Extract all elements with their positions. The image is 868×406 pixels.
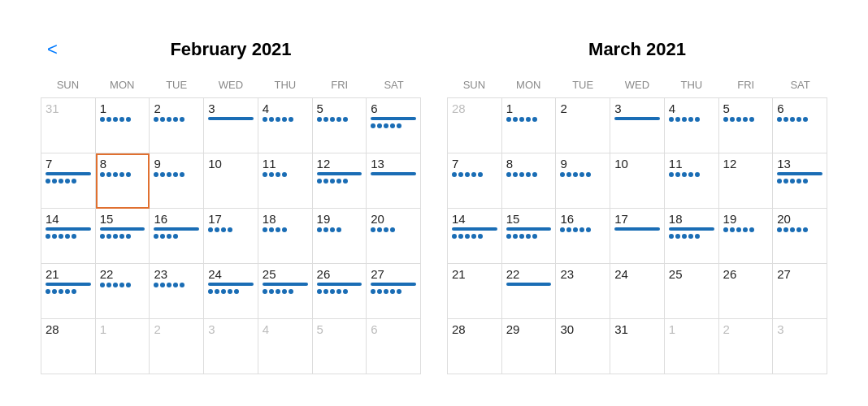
day-number: 25 bbox=[669, 267, 714, 281]
event-dot bbox=[465, 234, 470, 239]
dots-row bbox=[46, 179, 91, 184]
day-cell[interactable]: 16 bbox=[556, 209, 610, 264]
day-cell[interactable]: 9 bbox=[556, 153, 610, 209]
day-cell[interactable]: 13 bbox=[773, 153, 827, 209]
day-cell[interactable]: 15 bbox=[502, 209, 557, 264]
day-cell[interactable]: 3 bbox=[204, 98, 258, 153]
event-dot bbox=[46, 234, 50, 239]
day-number: 18 bbox=[669, 212, 714, 226]
day-cell[interactable]: 26 bbox=[313, 264, 367, 319]
day-cell[interactable]: 5 bbox=[719, 98, 774, 153]
day-cell[interactable]: 27 bbox=[367, 264, 421, 319]
day-cell[interactable]: 19 bbox=[313, 209, 367, 264]
day-cell[interactable]: 30 bbox=[556, 319, 610, 374]
day-cell[interactable]: 6 bbox=[367, 98, 421, 153]
day-cell[interactable]: 19 bbox=[719, 209, 774, 264]
day-number: 9 bbox=[154, 157, 199, 171]
day-cell[interactable]: 17 bbox=[204, 209, 258, 264]
day-number: 22 bbox=[100, 267, 145, 281]
day-cell[interactable]: 7 bbox=[41, 153, 96, 209]
day-cell[interactable]: 23 bbox=[556, 264, 610, 319]
day-cell[interactable]: 3 bbox=[773, 319, 827, 374]
event-dot bbox=[106, 234, 111, 239]
day-cell[interactable]: 8 bbox=[502, 153, 557, 209]
day-cell[interactable]: 1 bbox=[665, 319, 719, 374]
day-cell[interactable]: 4 bbox=[258, 319, 313, 374]
day-cell[interactable]: 22 bbox=[96, 264, 150, 319]
day-cell[interactable]: 31 bbox=[610, 319, 665, 374]
day-cell[interactable]: 5 bbox=[313, 98, 367, 153]
day-cell[interactable]: 4 bbox=[258, 98, 313, 153]
event-dot bbox=[579, 172, 584, 177]
day-cell[interactable]: 14 bbox=[41, 209, 96, 264]
weekday-label: FRI bbox=[718, 76, 773, 94]
day-number: 20 bbox=[777, 212, 822, 226]
day-cell[interactable]: 1 bbox=[96, 319, 150, 374]
day-cell[interactable]: 2 bbox=[556, 98, 610, 153]
weekday-label: MON bbox=[501, 76, 556, 94]
day-cell[interactable]: 31 bbox=[41, 98, 96, 153]
day-cell[interactable]: 11 bbox=[665, 153, 719, 209]
day-cell[interactable]: 12 bbox=[719, 153, 774, 209]
day-cell[interactable]: 20 bbox=[773, 209, 827, 264]
day-cell[interactable]: 1 bbox=[96, 98, 150, 153]
day-cell[interactable]: 3 bbox=[204, 319, 258, 374]
event-bar bbox=[46, 227, 91, 231]
day-cell[interactable]: 2 bbox=[150, 98, 204, 153]
prev-month-button[interactable]: < bbox=[41, 36, 64, 63]
day-cell[interactable]: 12 bbox=[313, 153, 367, 209]
day-cell[interactable]: 13 bbox=[367, 153, 421, 209]
day-cell[interactable]: 7 bbox=[448, 153, 502, 209]
day-cell[interactable]: 10 bbox=[610, 153, 665, 209]
event-dot bbox=[390, 123, 395, 128]
day-cell[interactable]: 29 bbox=[502, 319, 557, 374]
day-cell[interactable]: 26 bbox=[719, 264, 774, 319]
day-cell[interactable]: 18 bbox=[665, 209, 719, 264]
day-cell[interactable]: 11 bbox=[258, 153, 313, 209]
day-cell[interactable]: 28 bbox=[448, 319, 502, 374]
day-number: 17 bbox=[208, 212, 254, 226]
day-cell[interactable]: 2 bbox=[719, 319, 774, 374]
day-cell[interactable]: 24 bbox=[204, 264, 258, 319]
day-cell[interactable]: 6 bbox=[367, 319, 421, 374]
day-cell[interactable]: 2 bbox=[150, 319, 204, 374]
day-cell[interactable]: 5 bbox=[313, 319, 367, 374]
event-dot bbox=[180, 172, 184, 177]
day-cell[interactable]: 9 bbox=[150, 153, 204, 209]
weekday-label: THU bbox=[664, 76, 718, 94]
day-cell[interactable]: 6 bbox=[773, 98, 827, 153]
day-cell[interactable]: 16 bbox=[150, 209, 204, 264]
event-dot bbox=[790, 227, 795, 232]
day-cell[interactable]: 28 bbox=[41, 319, 96, 374]
event-dot bbox=[397, 123, 401, 128]
event-bar bbox=[263, 283, 308, 286]
day-cell[interactable]: 15 bbox=[96, 209, 150, 264]
day-cell[interactable]: 21 bbox=[41, 264, 96, 319]
event-dot bbox=[330, 289, 335, 294]
day-cell[interactable]: 8 bbox=[96, 153, 150, 209]
day-cell[interactable]: 3 bbox=[610, 98, 665, 153]
day-cell[interactable]: 24 bbox=[610, 264, 665, 319]
event-dot bbox=[72, 179, 76, 184]
day-cell[interactable]: 27 bbox=[773, 264, 827, 319]
day-cell[interactable]: 4 bbox=[665, 98, 719, 153]
day-cell[interactable]: 18 bbox=[258, 209, 313, 264]
day-number: 8 bbox=[506, 157, 552, 171]
event-dot bbox=[743, 227, 748, 232]
day-cell[interactable]: 28 bbox=[448, 98, 502, 153]
day-cell[interactable]: 1 bbox=[502, 98, 557, 153]
day-cell[interactable]: 14 bbox=[448, 209, 502, 264]
day-cell[interactable]: 17 bbox=[610, 209, 665, 264]
event-dot bbox=[208, 289, 213, 294]
day-number: 27 bbox=[371, 267, 416, 281]
day-cell[interactable]: 23 bbox=[150, 264, 204, 319]
day-cell[interactable]: 10 bbox=[204, 153, 258, 209]
day-cell[interactable]: 20 bbox=[367, 209, 421, 264]
day-number: 29 bbox=[506, 322, 552, 336]
day-cell[interactable]: 21 bbox=[448, 264, 502, 319]
day-cell[interactable]: 22 bbox=[502, 264, 557, 319]
day-cell[interactable]: 25 bbox=[665, 264, 719, 319]
day-number: 22 bbox=[506, 267, 552, 281]
event-dot bbox=[113, 172, 118, 177]
day-cell[interactable]: 25 bbox=[258, 264, 313, 319]
